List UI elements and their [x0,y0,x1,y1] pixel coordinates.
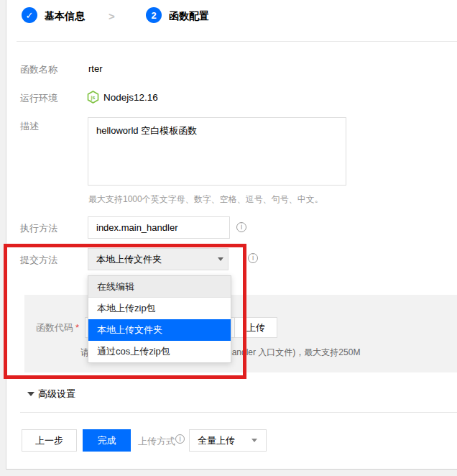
step2-number-badge: 2 [146,7,162,23]
required-asterisk: * [75,322,79,333]
select-caret-icon [218,257,223,261]
svg-text:js: js [91,95,96,101]
option-online-edit[interactable]: 在线编辑 [88,276,231,298]
function-code-label: 函数代码* [36,321,79,334]
upload-mode-label: 上传方式 [138,435,175,448]
upload-mode-info-icon[interactable]: i [175,434,185,444]
finish-button[interactable]: 完成 [83,429,131,452]
advanced-settings-toggle[interactable]: 高级设置 [38,388,75,401]
check-icon: ✓ [26,10,34,21]
function-name-value: rter [88,63,103,74]
code-hint-clipped: 请 [80,347,88,359]
runtime-value: Nodejs12.16 [103,92,158,103]
handler-info-icon[interactable]: i [236,222,246,232]
handler-input[interactable] [88,216,230,239]
code-hint-text: handler 入口文件)，最大支持250M [227,347,360,359]
collapse-triangle-icon [27,392,34,396]
nodejs-icon: js [87,91,99,106]
option-local-zip[interactable]: 本地上传zip包 [88,298,231,319]
submit-method-info-icon[interactable]: i [248,253,258,263]
submit-method-select[interactable]: 本地上传文件夹 [88,248,228,270]
submit-method-selected-value: 本地上传文件夹 [96,254,162,265]
chevron-right-icon: > [109,10,115,22]
submit-method-label: 提交方法 [20,254,57,267]
handler-label: 执行方法 [20,222,57,235]
description-textarea[interactable]: helloworld 空白模板函数 [88,117,346,186]
description-label: 描述 [20,120,39,133]
description-hint: 最大支持1000个英文字母、数字、空格、逗号、句号、中文。 [88,193,323,206]
function-name-label: 函数名称 [20,63,57,76]
upload-mode-caret-icon [251,439,257,442]
step1-done-icon: ✓ [22,7,37,23]
upload-mode-selected-value: 全量上传 [198,435,235,446]
step1-label: 基本信息 [45,10,85,23]
runtime-label: 运行环境 [20,92,57,105]
top-divider [17,41,457,42]
option-local-folder[interactable]: 本地上传文件夹 [88,319,231,341]
submit-method-dropdown: 在线编辑 本地上传zip包 本地上传文件夹 通过cos上传zip包 [88,275,231,363]
previous-step-button[interactable]: 上一步 [22,429,77,452]
option-cos-zip[interactable]: 通过cos上传zip包 [88,341,231,362]
footer-divider [20,412,457,413]
step2-label: 函数配置 [169,10,209,23]
upload-button[interactable]: 上传 [234,317,277,338]
